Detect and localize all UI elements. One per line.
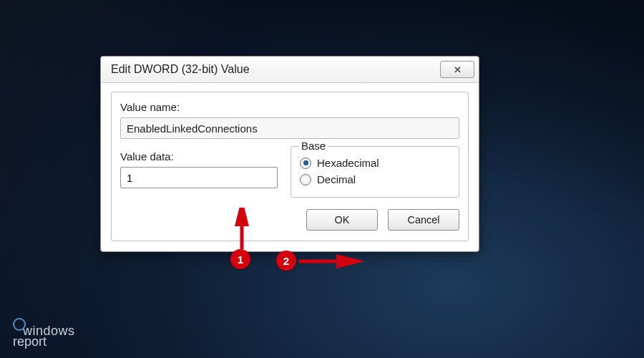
dialog-content: Value name: Value data: Base Hexadecimal — [101, 83, 479, 251]
base-legend: Base — [298, 140, 328, 152]
dialog-title: Edit DWORD (32-bit) Value — [111, 63, 250, 76]
value-data-field[interactable] — [120, 167, 278, 188]
annotation-callout-1: 1 — [230, 249, 250, 269]
edit-dword-dialog: Edit DWORD (32-bit) Value ✕ Value name: … — [100, 56, 479, 252]
cancel-button[interactable]: Cancel — [388, 209, 459, 231]
annotation-callout-2: 2 — [276, 251, 296, 271]
radio-icon — [300, 158, 311, 169]
ok-button[interactable]: OK — [306, 209, 378, 231]
radio-decimal[interactable]: Decimal — [300, 173, 450, 185]
watermark-ring-icon — [13, 318, 26, 331]
dialog-button-row: OK Cancel — [120, 209, 459, 231]
value-data-label: Value data: — [120, 150, 278, 163]
radio-hex-label: Hexadecimal — [317, 157, 379, 169]
annotation-arrow-2 — [295, 251, 366, 272]
close-icon: ✕ — [454, 65, 462, 74]
radio-dec-label: Decimal — [317, 173, 356, 185]
desktop-background: { "dialog": { "title": "Edit DWORD (32-b… — [0, 0, 644, 358]
radio-icon — [300, 174, 311, 185]
radio-hexadecimal[interactable]: Hexadecimal — [300, 157, 450, 169]
watermark: windows report — [13, 322, 75, 348]
base-fieldset: Base Hexadecimal Decimal — [291, 146, 459, 198]
dialog-group: Value name: Value data: Base Hexadecimal — [111, 92, 469, 241]
value-name-label: Value name: — [120, 101, 459, 113]
value-name-field — [120, 117, 459, 139]
dialog-titlebar: Edit DWORD (32-bit) Value ✕ — [101, 57, 479, 83]
close-button[interactable]: ✕ — [440, 61, 474, 78]
